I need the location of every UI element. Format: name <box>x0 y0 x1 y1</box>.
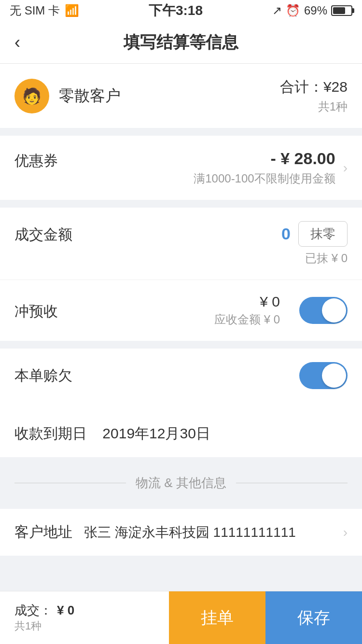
customer-name: 零散客户 <box>59 85 121 107</box>
status-bar: 无 SIM 卡 📶 下午3:18 ↗ ⏰ 69% <box>0 0 362 21</box>
avatar: 🧑 <box>14 79 49 113</box>
debt-toggle-knob <box>322 364 346 388</box>
duedate-row: 收款到期日 2019年12月30日 <box>0 410 362 457</box>
coupon-row[interactable]: 优惠券 - ¥ 28.00 满1000-100不限制使用金额 › <box>0 136 362 200</box>
page-title: 填写结算等信息 <box>124 31 238 54</box>
battery-fill <box>333 7 345 14</box>
prereceive-value-block: ¥ 0 应收金额 ¥ 0 <box>214 294 280 327</box>
customer-summary: 合计：¥28 共1种 <box>280 77 348 114</box>
divider-left <box>14 483 126 483</box>
debt-section: 本单赊欠 收款到期日 2019年12月30日 <box>0 349 362 457</box>
deal-input-area: 0 抹零 <box>271 221 348 247</box>
total-price: 合计：¥28 <box>280 77 348 97</box>
customer-left: 🧑 零散客户 <box>14 79 121 113</box>
duedate-value: 2019年12月30日 <box>102 425 210 441</box>
alarm-icon: ⏰ <box>286 4 300 17</box>
location-icon: ↗ <box>272 4 282 17</box>
status-left: 无 SIM 卡 📶 <box>10 3 79 18</box>
logistics-label: 物流 & 其他信息 <box>136 475 226 491</box>
prereceive-toggle[interactable] <box>299 297 348 324</box>
coupon-right: - ¥ 28.00 满1000-100不限制使用金额 › <box>194 149 348 186</box>
deal-amount-row: 成交金额 0 抹零 已抹 ¥ 0 <box>0 208 362 280</box>
bottom-info: 成交： ¥ 0 共1种 <box>0 602 169 633</box>
nav-bar: ‹ 填写结算等信息 <box>0 21 362 64</box>
coupon-section: 优惠券 - ¥ 28.00 满1000-100不限制使用金额 › <box>0 136 362 200</box>
battery-icon <box>331 5 352 16</box>
coupon-amount: - ¥ 28.00 <box>194 149 335 168</box>
back-button[interactable]: ‹ <box>14 32 20 53</box>
deal-sub-text: 已抹 ¥ 0 <box>14 251 348 266</box>
bottom-deal-value: ¥ 0 <box>57 603 74 618</box>
prereceive-label: 冲预收 <box>14 300 58 322</box>
logistics-divider: 物流 & 其他信息 <box>14 475 348 491</box>
coupon-chevron: › <box>343 160 348 176</box>
prereceive-sub: 应收金额 ¥ 0 <box>214 312 280 327</box>
prereceive-top: 冲预收 ¥ 0 应收金额 ¥ 0 <box>14 294 348 327</box>
battery-percent: 69% <box>304 4 327 17</box>
main-content: 🧑 零散客户 合计：¥28 共1种 优惠券 - ¥ 28.00 满1000-10… <box>0 64 362 621</box>
address-label: 客户地址 <box>14 522 72 542</box>
bottom-deal-count: 共1种 <box>14 619 154 633</box>
prereceive-toggle-knob <box>322 298 346 322</box>
address-row[interactable]: 客户地址 张三 海淀永丰科技园 11111111111 › <box>0 509 362 556</box>
coupon-label: 优惠券 <box>14 149 58 171</box>
prereceive-row: 冲预收 ¥ 0 应收金额 ¥ 0 <box>0 280 362 341</box>
status-right: ↗ ⏰ 69% <box>272 4 352 17</box>
address-chevron: › <box>343 525 348 540</box>
avatar-icon: 🧑 <box>22 87 42 105</box>
debt-row: 本单赊欠 <box>0 349 362 403</box>
deal-label: 成交金额 <box>14 223 72 245</box>
divider-right <box>236 483 348 483</box>
debt-toggle[interactable] <box>299 362 348 389</box>
deal-section: 成交金额 0 抹零 已抹 ¥ 0 冲预收 ¥ 0 应收金额 ¥ 0 <box>0 208 362 341</box>
hold-button[interactable]: 挂单 <box>169 591 265 644</box>
deal-value[interactable]: 0 <box>271 224 291 243</box>
total-count: 共1种 <box>280 99 348 114</box>
bottom-deal-label: 成交： <box>14 602 52 619</box>
address-value: 张三 海淀永丰科技园 11111111111 <box>84 523 343 542</box>
status-time: 下午3:18 <box>149 1 203 20</box>
coupon-desc: 满1000-100不限制使用金额 <box>194 171 335 186</box>
debt-label: 本单赊欠 <box>14 366 72 386</box>
carrier-text: 无 SIM 卡 <box>10 3 60 18</box>
coupon-value-block: - ¥ 28.00 满1000-100不限制使用金额 <box>194 149 335 186</box>
duedate-label: 收款到期日 <box>14 425 87 441</box>
bottom-deal-row: 成交： ¥ 0 <box>14 602 154 619</box>
save-button[interactable]: 保存 <box>265 591 362 644</box>
wifi-icon: 📶 <box>65 4 79 17</box>
bottom-bar: 成交： ¥ 0 共1种 挂单 保存 <box>0 591 362 644</box>
customer-row: 🧑 零散客户 合计：¥28 共1种 <box>0 64 362 128</box>
round-zero-button[interactable]: 抹零 <box>298 221 348 247</box>
prereceive-amount: ¥ 0 <box>214 294 280 310</box>
logistics-section: 物流 & 其他信息 <box>0 465 362 501</box>
deal-row-top: 成交金额 0 抹零 <box>14 221 348 247</box>
